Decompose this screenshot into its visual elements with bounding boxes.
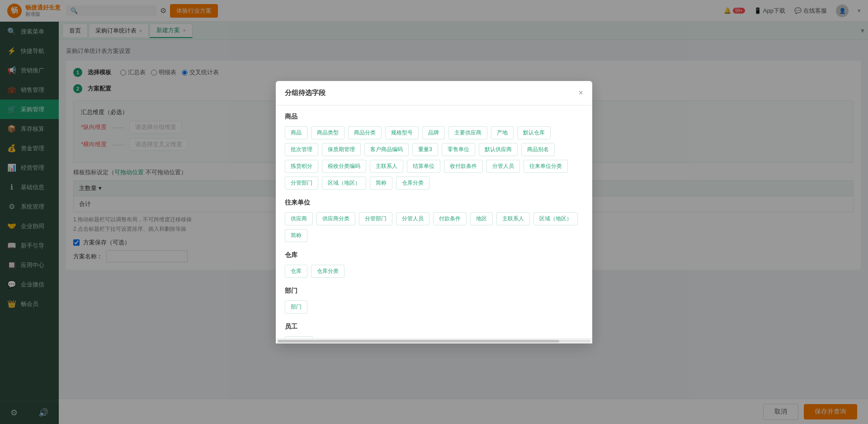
modal-close-button[interactable]: × [578,88,583,98]
field-tag-region-product[interactable]: 区域（地区） [322,176,366,190]
field-section-employee: 员工 业务员 [285,323,583,339]
field-tag-warehouse-category-product[interactable]: 仓库分类 [396,176,429,190]
field-tag-dept-counterpart[interactable]: 分管部门 [359,212,392,225]
field-section-title-employee: 员工 [285,323,583,331]
field-tag-short-name[interactable]: 简称 [370,176,392,190]
field-select-modal: 分组待选字段 × 商品 商品 商品类型 商品分类 规格型号 品牌 主要供应商 产… [276,81,592,343]
modal-hscroll[interactable] [276,338,592,343]
field-tag-product-category[interactable]: 商品分类 [348,126,382,139]
field-section-warehouse: 仓库 仓库 仓库分类 [285,251,583,278]
field-tag-payment-terms[interactable]: 收付款条件 [444,160,483,173]
field-section-title-product: 商品 [285,113,583,121]
field-tag-retail-unit[interactable]: 零售单位 [442,143,475,156]
field-tags-product: 商品 商品类型 商品分类 规格型号 品牌 主要供应商 产地 默认仓库 批次管理 … [285,126,583,190]
modal-header: 分组待选字段 × [276,81,592,105]
field-tag-weight[interactable]: 重量3 [412,143,438,156]
field-tag-settlement-unit[interactable]: 结算单位 [407,160,440,173]
field-tag-spec-model[interactable]: 规格型号 [385,126,419,139]
field-section-product: 商品 商品 商品类型 商品分类 规格型号 品牌 主要供应商 产地 默认仓库 批次… [285,113,583,190]
field-tag-supplier-category[interactable]: 供应商分类 [316,212,355,225]
field-section-title-department: 部门 [285,287,583,295]
field-tag-product-type[interactable]: 商品类型 [311,126,344,139]
field-tag-supervisor-counterpart[interactable]: 分管人员 [396,212,429,225]
field-tag-shelf-life[interactable]: 保质期管理 [322,143,361,156]
field-tag-main-contact-counterpart[interactable]: 主联系人 [496,212,530,225]
field-tag-supplier[interactable]: 供应商 [285,212,313,225]
field-tags-counterpart: 供应商 供应商分类 分管部门 分管人员 付款条件 地区 主联系人 区域（地区） … [285,212,583,242]
field-tag-counterpart-category[interactable]: 往来单位分类 [524,160,568,173]
field-tag-dept[interactable]: 分管部门 [285,176,318,190]
modal-body: 商品 商品 商品类型 商品分类 规格型号 品牌 主要供应商 产地 默认仓库 批次… [276,105,592,339]
field-tag-warehouse[interactable]: 仓库 [285,265,307,278]
field-tag-area-counterpart[interactable]: 区域（地区） [533,212,578,225]
field-tag-main-supplier[interactable]: 主要供应商 [448,126,487,139]
field-tag-payment-condition[interactable]: 付款条件 [433,212,467,225]
field-tag-pick-score[interactable]: 拣货积分 [285,160,318,173]
field-tag-supervisor[interactable]: 分管人员 [486,160,520,173]
field-tag-batch-mgmt[interactable]: 批次管理 [285,143,318,156]
field-section-title-counterpart: 往来单位 [285,199,583,207]
modal-overlay[interactable]: 分组待选字段 × 商品 商品 商品类型 商品分类 规格型号 品牌 主要供应商 产… [0,0,868,424]
field-section-title-warehouse: 仓库 [285,251,583,259]
field-tag-default-warehouse[interactable]: 默认仓库 [517,126,551,139]
field-tags-department: 部门 [285,300,583,314]
field-section-department: 部门 部门 [285,287,583,314]
field-tag-brand[interactable]: 品牌 [422,126,445,139]
field-tag-origin[interactable]: 产地 [491,126,514,139]
field-tag-main-contact[interactable]: 主联系人 [370,160,403,173]
field-tag-tax-code[interactable]: 税收分类编码 [322,160,366,173]
field-tag-customer-code[interactable]: 客户商品编码 [364,143,409,156]
field-tag-department[interactable]: 部门 [285,300,307,314]
modal-title: 分组待选字段 [285,89,326,97]
field-tag-region-counterpart[interactable]: 地区 [470,212,493,225]
field-tags-warehouse: 仓库 仓库分类 [285,265,583,278]
field-tag-product[interactable]: 商品 [285,126,307,139]
field-tag-warehouse-category[interactable]: 仓库分类 [311,265,344,278]
field-tag-product-alias[interactable]: 商品别名 [521,143,555,156]
field-tag-shortname-counterpart[interactable]: 简称 [285,229,307,242]
field-section-counterpart: 往来单位 供应商 供应商分类 分管部门 分管人员 付款条件 地区 主联系人 区域… [285,199,583,242]
field-tag-default-supplier[interactable]: 默认供应商 [479,143,518,156]
